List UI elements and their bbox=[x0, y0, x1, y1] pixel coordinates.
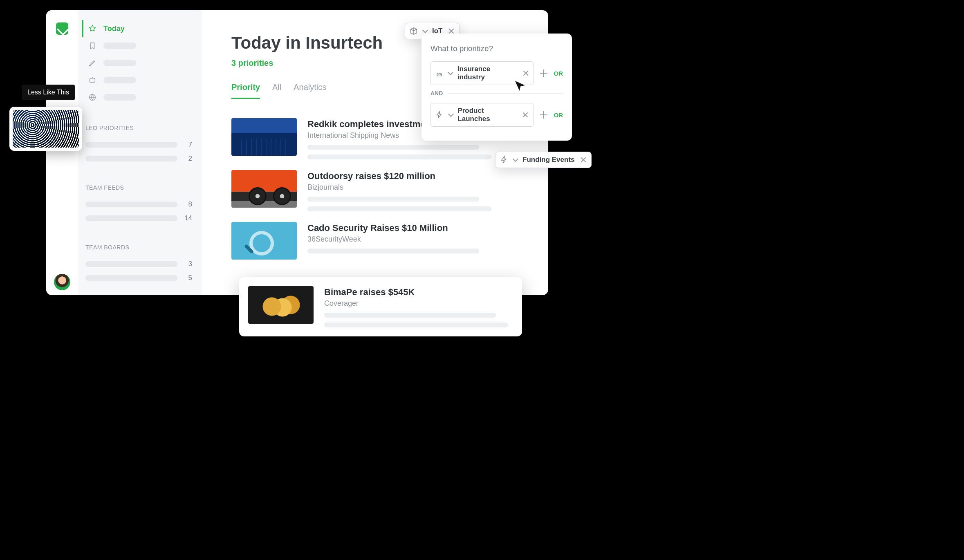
add-condition-button[interactable] bbox=[539, 110, 548, 119]
nav-leo[interactable] bbox=[85, 72, 192, 89]
chevron-down-icon[interactable] bbox=[448, 69, 453, 75]
feed-item[interactable]: 8 bbox=[85, 197, 192, 211]
and-label: AND bbox=[430, 90, 443, 96]
chip-label: Insurance industry bbox=[457, 65, 517, 81]
text-placeholder bbox=[307, 249, 479, 253]
item-count: 2 bbox=[182, 155, 192, 163]
item-count: 5 bbox=[182, 274, 192, 282]
article-thumb bbox=[231, 118, 297, 156]
article-row[interactable]: Cado Security Raises $10 Million 36Secur… bbox=[231, 222, 531, 260]
nav-placeholder bbox=[103, 43, 136, 49]
close-icon[interactable] bbox=[580, 156, 587, 164]
article-source: Coverager bbox=[324, 299, 513, 308]
text-placeholder bbox=[307, 197, 479, 202]
article-thumb bbox=[248, 286, 314, 324]
priority-item[interactable]: 7 bbox=[85, 138, 192, 152]
item-placeholder bbox=[85, 156, 177, 161]
section-header-boards: TEAM BOARDS bbox=[85, 244, 192, 251]
app-logo[interactable] bbox=[56, 22, 68, 35]
bolt-icon bbox=[500, 155, 509, 164]
text-placeholder bbox=[307, 155, 491, 159]
chevron-down-icon[interactable] bbox=[422, 27, 428, 33]
fingerprint-image bbox=[13, 110, 79, 148]
pencil-icon bbox=[88, 58, 97, 67]
robot-icon bbox=[88, 76, 97, 85]
close-icon[interactable] bbox=[522, 111, 529, 119]
cube-icon bbox=[409, 27, 418, 36]
tab-priority[interactable]: Priority bbox=[231, 83, 260, 99]
today-icon bbox=[88, 24, 97, 33]
panel-question: What to prioritize? bbox=[430, 44, 563, 53]
article-source: 36SecurityWeek bbox=[307, 235, 531, 244]
globe-icon bbox=[88, 93, 97, 102]
board-item[interactable]: 5 bbox=[85, 271, 192, 285]
nav-today[interactable]: Today bbox=[82, 20, 192, 37]
nav-bookmarks[interactable] bbox=[85, 37, 192, 54]
nav-team[interactable] bbox=[85, 89, 192, 106]
item-placeholder bbox=[85, 142, 177, 148]
text-placeholder bbox=[307, 145, 479, 150]
item-count: 7 bbox=[182, 141, 192, 149]
chip-label: Funding Events bbox=[522, 156, 575, 164]
user-avatar[interactable] bbox=[54, 274, 70, 290]
chevron-down-icon[interactable] bbox=[513, 156, 518, 162]
item-placeholder bbox=[85, 275, 177, 281]
article-title: Cado Security Raises $10 Million bbox=[307, 223, 531, 233]
article-title: Outdoorsy raises $120 million bbox=[307, 171, 531, 181]
priority-panel: What to prioritize? Insurance industry O… bbox=[421, 34, 572, 141]
industry-icon bbox=[435, 69, 444, 78]
bolt-icon bbox=[435, 110, 444, 119]
article-source: Bizjournals bbox=[307, 183, 531, 192]
floating-article-card[interactable]: BimaPe raises $545K Coverager bbox=[239, 277, 522, 336]
svg-rect-0 bbox=[90, 78, 95, 82]
add-condition-button[interactable] bbox=[539, 69, 548, 78]
priority-item[interactable]: 2 bbox=[85, 152, 192, 166]
nav-annotations[interactable] bbox=[85, 54, 192, 72]
item-placeholder bbox=[85, 261, 177, 267]
feed-item[interactable]: 14 bbox=[85, 211, 192, 225]
article-row[interactable]: Outdoorsy raises $120 million Bizjournal… bbox=[231, 170, 531, 211]
tab-all[interactable]: All bbox=[272, 83, 281, 99]
text-placeholder bbox=[324, 323, 508, 327]
item-count: 8 bbox=[182, 200, 192, 208]
sidebar: Today LEO PRIORITIES bbox=[78, 10, 202, 295]
text-placeholder bbox=[324, 313, 496, 318]
funding-chip[interactable]: Funding Events bbox=[495, 152, 592, 168]
nav-placeholder bbox=[103, 77, 136, 83]
or-label: OR bbox=[554, 70, 563, 77]
bookmark-icon bbox=[88, 41, 97, 50]
article-thumb bbox=[231, 222, 297, 260]
item-count: 3 bbox=[182, 260, 192, 268]
nav-label: Today bbox=[103, 25, 125, 33]
chevron-down-icon[interactable] bbox=[448, 111, 453, 117]
section-header-feeds: TEAM FEEDS bbox=[85, 184, 192, 191]
nav-placeholder bbox=[103, 94, 136, 101]
and-separator: AND bbox=[430, 90, 563, 96]
tab-analytics[interactable]: Analytics bbox=[294, 83, 326, 99]
item-placeholder bbox=[85, 215, 177, 221]
icon-rail bbox=[46, 10, 78, 295]
text-placeholder bbox=[307, 206, 491, 211]
item-count: 14 bbox=[182, 214, 192, 222]
article-title: BimaPe raises $545K bbox=[324, 287, 513, 298]
or-label: OR bbox=[554, 112, 563, 119]
less-like-this-tooltip: Less Like This bbox=[22, 85, 75, 100]
section-header-priorities: LEO PRIORITIES bbox=[85, 125, 192, 131]
chip-label: Product Launches bbox=[457, 107, 517, 123]
nav-placeholder bbox=[103, 60, 136, 66]
item-placeholder bbox=[85, 202, 177, 207]
board-item[interactable]: 3 bbox=[85, 257, 192, 271]
close-icon[interactable] bbox=[522, 69, 529, 77]
article-thumb bbox=[231, 170, 297, 208]
fingerprint-card[interactable] bbox=[9, 107, 82, 151]
launches-chip[interactable]: Product Launches bbox=[430, 103, 534, 127]
